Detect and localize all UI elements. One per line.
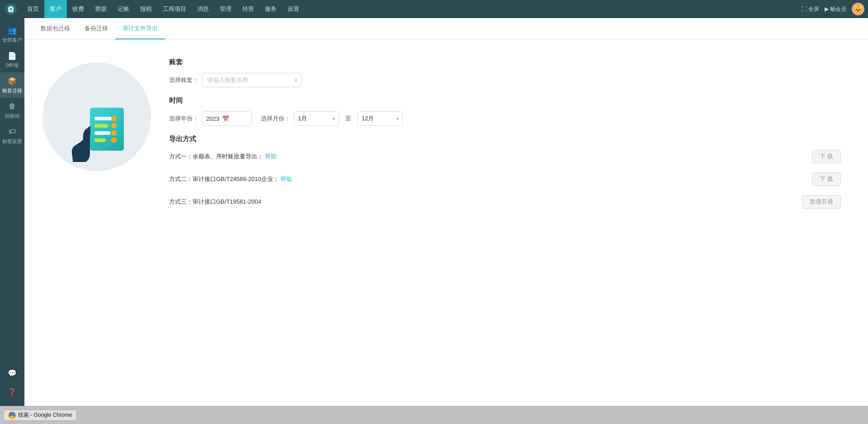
content-area: 数据包迁移 备份迁移 审计文件导出 (24, 18, 868, 406)
account-placeholder: 请输入账套名称 (207, 76, 248, 84)
member-button[interactable]: ▶ 畅会员 (825, 5, 846, 13)
method1-label: 方式一：余额表、序时账批量导出： 帮助 (169, 152, 277, 161)
svg-rect-7 (94, 131, 110, 135)
chrome-icon (9, 412, 16, 419)
sidebar-item-tag-settings[interactable]: 🏷 标签设置 (0, 123, 24, 148)
nav-manage[interactable]: 管理 (214, 0, 237, 18)
nav-customers[interactable]: 客户 (44, 0, 67, 18)
taskbar: 线索 - Google Chrome (0, 406, 868, 424)
account-row: 选择账套： 请输入账套名称 ▾ (169, 73, 850, 87)
nav-service[interactable]: 服务 (259, 0, 282, 18)
main-layout: 👥 全部客户 📄 0申报 📦 账套迁移 🗑 回收站 🏷 标签设置 💬 ❓ (0, 18, 868, 406)
year-label: 选择年份： (169, 114, 198, 123)
year-input[interactable]: 2023 📅 (202, 111, 252, 126)
month-end-select[interactable]: 12月 ▾ (358, 111, 403, 126)
top-right-actions: ⛶ 全屏 ▶ 畅会员 🐱 (802, 3, 864, 15)
illustration-area (42, 53, 151, 392)
account-chevron-icon: ▾ (295, 77, 297, 83)
method2-help-link[interactable]: 帮助 (280, 176, 292, 182)
help-icon: ❓ (7, 387, 17, 397)
to-label: 至 (343, 114, 354, 123)
page-content: 账套 选择账套： 请输入账套名称 ▾ 时间 选择年份： 2023 (24, 40, 868, 406)
svg-point-10 (111, 123, 117, 129)
svg-point-9 (111, 116, 117, 121)
method2-download-button[interactable]: 下 载 (812, 172, 841, 186)
month-start-select[interactable]: 1月 ▾ (294, 111, 339, 126)
export-section-title: 导出方式 (169, 135, 850, 143)
nav-settings[interactable]: 设置 (282, 0, 305, 18)
account-label: 选择账套： (169, 76, 198, 84)
method1-download-button[interactable]: 下 载 (812, 150, 841, 163)
chat-icon: 💬 (7, 368, 17, 378)
account-migration-icon: 📦 (7, 76, 17, 86)
month-end-chevron-icon: ▾ (396, 116, 399, 121)
fullscreen-icon: ⛶ (802, 6, 807, 12)
accounts-section-title: 账套 (169, 58, 850, 67)
recycle-bin-icon: 🗑 (7, 101, 17, 111)
illustration-circle (42, 62, 151, 171)
svg-rect-6 (94, 124, 108, 128)
tab-data-migration[interactable]: 数据包迁移 (33, 19, 77, 39)
sidebar-chat-button[interactable]: 💬 (0, 364, 24, 381)
form-area: 账套 选择账套： 请输入账套名称 ▾ 时间 选择年份： 2023 (169, 53, 850, 392)
left-sidebar: 👥 全部客户 📄 0申报 📦 账套迁移 🗑 回收站 🏷 标签设置 💬 ❓ (0, 18, 24, 406)
svg-rect-8 (94, 138, 106, 142)
account-input[interactable]: 请输入账套名称 ▾ (202, 73, 302, 87)
calendar-icon: 📅 (222, 115, 229, 122)
nav-fees[interactable]: 收费 (67, 0, 90, 18)
sidebar-item-all-customers[interactable]: 👥 全部客户 (0, 22, 24, 47)
tab-backup-migration[interactable]: 备份迁移 (77, 19, 115, 39)
export-method-2: 方式二：审计接口GB/T24589-2010企业： 帮助 下 载 (169, 172, 850, 186)
video-icon: ▶ (825, 6, 829, 12)
month-start-chevron-icon: ▾ (333, 116, 335, 121)
sidebar-item-recycle-bin[interactable]: 🗑 回收站 (0, 98, 24, 123)
sidebar-help-button[interactable]: ❓ (0, 383, 24, 400)
svg-rect-4 (90, 108, 124, 151)
nav-business[interactable]: 工商项目 (157, 0, 192, 18)
taskbar-chrome-item[interactable]: 线索 - Google Chrome (4, 410, 77, 421)
time-row: 选择年份： 2023 📅 选择月份： 1月 ▾ 至 12月 (169, 111, 850, 126)
method3-open-button[interactable]: 暂缓开通 (802, 195, 841, 209)
tag-settings-icon: 🏷 (7, 127, 17, 137)
nav-accounting[interactable]: 记账 (112, 0, 135, 18)
method3-label: 方式三：审计接口GB/T19581-2004 (169, 198, 261, 206)
svg-point-11 (111, 130, 117, 136)
time-section-title: 时间 (169, 96, 850, 105)
month-label: 选择月份： (261, 114, 290, 123)
nav-menu: 首页 客户 收费 票据 记账 报税 工商项目 消息 管理 经营 服务 设置 (22, 0, 802, 18)
svg-point-2 (9, 8, 12, 10)
tab-audit-export[interactable]: 审计文件导出 (115, 19, 165, 39)
nav-tax[interactable]: 报税 (135, 0, 157, 18)
nav-business2[interactable]: 经营 (237, 0, 259, 18)
top-navigation: 首页 客户 收费 票据 记账 报税 工商项目 消息 管理 经营 服务 设置 ⛶ … (0, 0, 868, 18)
zero-declaration-icon: 📄 (7, 51, 17, 61)
sidebar-item-account-migration[interactable]: 📦 账套迁移 (0, 72, 24, 98)
fullscreen-button[interactable]: ⛶ 全屏 (802, 5, 819, 13)
export-method-1: 方式一：余额表、序时账批量导出： 帮助 下 载 (169, 150, 850, 163)
method1-help-link[interactable]: 帮助 (265, 153, 277, 160)
method2-label: 方式二：审计接口GB/T24589-2010企业： 帮助 (169, 175, 292, 183)
nav-invoices[interactable]: 票据 (90, 0, 112, 18)
nav-home[interactable]: 首页 (22, 0, 44, 18)
app-logo (4, 2, 18, 16)
user-avatar[interactable]: 🐱 (852, 3, 864, 15)
svg-rect-5 (94, 117, 113, 120)
export-method-3: 方式三：审计接口GB/T19581-2004 暂缓开通 (169, 195, 850, 209)
all-customers-icon: 👥 (7, 25, 17, 35)
sidebar-bottom: 💬 ❓ (0, 364, 24, 406)
tab-bar: 数据包迁移 备份迁移 审计文件导出 (24, 18, 868, 40)
nav-message[interactable]: 消息 (192, 0, 214, 18)
sidebar-item-zero-declaration[interactable]: 📄 0申报 (0, 47, 24, 72)
svg-point-12 (111, 138, 117, 143)
